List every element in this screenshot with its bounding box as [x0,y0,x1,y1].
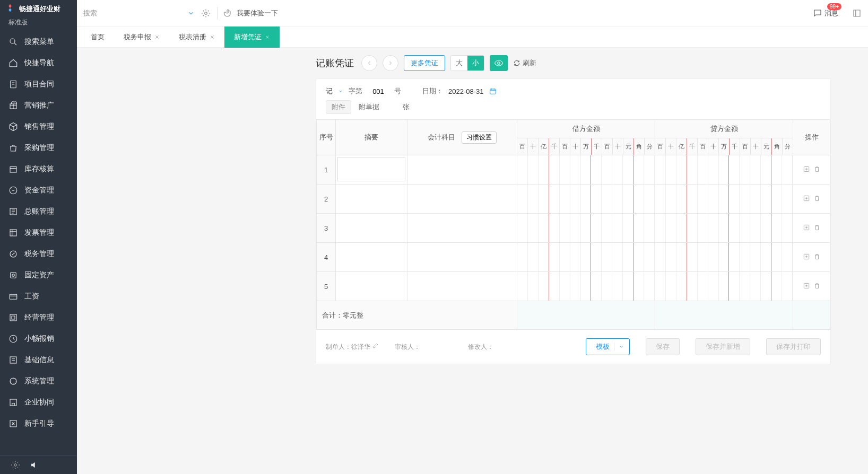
sidebar-item-14[interactable]: 小畅报销 [0,328,77,349]
sidebar-item-15[interactable]: 基础信息 [0,349,77,371]
summary-cell[interactable] [336,155,407,185]
digit-header: 分 [645,138,655,155]
sidebar-item-3[interactable]: 营销推广 [0,95,77,116]
delete-row-icon[interactable] [813,224,821,231]
summary-cell[interactable] [336,185,407,214]
template-button[interactable]: 模板 [586,338,630,355]
debit-cell[interactable] [517,214,655,243]
credit-cell[interactable] [655,214,793,243]
sidebar-item-11[interactable]: 固定资产 [0,265,77,286]
sidebar-item-5[interactable]: 采购管理 [0,137,77,159]
credit-cell[interactable] [655,243,793,272]
delete-row-icon[interactable] [813,195,821,202]
word-label: 字第 [349,86,362,96]
tab-3[interactable]: 新增凭证 [224,27,280,48]
tab-2[interactable]: 税表清册 [169,27,224,48]
edit-icon[interactable] [372,343,379,349]
volume-icon[interactable] [30,460,39,470]
sidebar-item-13[interactable]: 经营管理 [0,307,77,328]
receipt-icon [8,228,18,238]
voucher-type[interactable]: 记 [326,86,333,96]
debit-cell[interactable] [517,155,655,185]
collapse-icon[interactable] [852,8,862,18]
credit-cell[interactable] [655,185,793,214]
add-row-icon[interactable] [803,165,810,173]
size-small-button[interactable]: 小 [467,56,484,71]
close-icon[interactable] [210,34,215,40]
sidebar-item-2[interactable]: 项目合同 [0,74,77,95]
debit-cell[interactable] [517,185,655,214]
sheet-suffix: 张 [403,102,410,112]
sidebar-item-label: 营销推广 [24,101,54,110]
tab-1[interactable]: 税务申报 [114,27,169,48]
summary-cell[interactable] [336,272,407,301]
calendar-icon[interactable] [489,87,497,95]
save-new-button[interactable]: 保存并新增 [696,338,750,355]
subject-cell[interactable] [407,185,517,214]
col-subject-label: 会计科目 [428,133,455,141]
maker-label: 制单人： [326,343,351,350]
prev-voucher-button[interactable] [361,55,377,71]
sidebar-item-10[interactable]: 税务管理 [0,243,77,265]
refresh-icon [513,59,520,67]
settings-icon[interactable] [201,8,211,18]
messages-button[interactable]: 消息 99+ [813,8,838,18]
preview-button[interactable] [490,55,508,71]
summary-cell[interactable] [336,243,407,272]
save-button[interactable]: 保存 [646,338,680,355]
credit-cell[interactable] [655,272,793,301]
svg-rect-10 [10,294,17,299]
refresh-button[interactable]: 刷新 [513,58,536,68]
date-value[interactable]: 2022-08-31 [448,87,484,95]
sidebar-item-8[interactable]: 总账管理 [0,201,77,222]
next-voucher-button[interactable] [383,55,398,71]
sidebar-item-6[interactable]: 库存核算 [0,159,77,180]
debit-cell[interactable] [517,243,655,272]
content-area: 记账凭证 更多凭证 大 小 刷新 记 字第 [77,48,868,474]
sidebar-item-label: 工资 [24,292,39,301]
subject-cell[interactable] [407,155,517,185]
summary-cell[interactable] [336,214,407,243]
size-large-button[interactable]: 大 [451,56,467,71]
sidebar-item-9[interactable]: 发票管理 [0,222,77,243]
sidebar-item-17[interactable]: 企业协同 [0,392,77,413]
delete-row-icon[interactable] [813,165,821,173]
digit-header: 千 [592,138,602,155]
digit-header: 角 [634,138,645,155]
gear-icon[interactable] [11,460,20,470]
habit-settings-button[interactable]: 习惯设置 [462,131,497,144]
try-button[interactable]: 我要体验一下 [224,8,278,18]
credit-cell[interactable] [655,155,793,185]
sidebar-item-0[interactable]: 搜索菜单 [0,31,77,52]
add-row-icon[interactable] [803,282,810,289]
sidebar-item-1[interactable]: 快捷导航 [0,52,77,74]
svg-point-17 [14,464,17,467]
search-input[interactable]: 搜索 [83,8,195,18]
sidebar-item-12[interactable]: 工资 [0,286,77,307]
ops-cell [793,155,830,185]
sidebar-item-7[interactable]: 资金管理 [0,180,77,201]
summary-input[interactable] [337,157,405,181]
subject-cell[interactable] [407,243,517,272]
delete-row-icon[interactable] [813,253,821,260]
sidebar-item-16[interactable]: 系统管理 [0,371,77,392]
chevron-down-icon[interactable] [338,89,343,94]
tab-0[interactable]: 首页 [81,27,114,48]
subject-cell[interactable] [407,214,517,243]
close-icon[interactable] [154,34,160,40]
subject-cell[interactable] [407,272,517,301]
sidebar-item-18[interactable]: 新手引导 [0,413,77,434]
close-icon[interactable] [265,34,270,40]
add-row-icon[interactable] [803,195,810,202]
save-print-button[interactable]: 保存并打印 [766,338,821,355]
debit-cell[interactable] [517,272,655,301]
sidebar-bottom [0,455,77,474]
add-row-icon[interactable] [803,253,810,260]
attachment-button[interactable]: 附件 [326,100,351,114]
add-row-icon[interactable] [803,224,810,231]
sidebar-item-4[interactable]: 销售管理 [0,116,77,137]
voucher-no-input[interactable] [368,87,389,95]
delete-row-icon[interactable] [813,282,821,289]
col-summary: 摘要 [336,120,407,155]
more-vouchers-button[interactable]: 更多凭证 [404,55,445,71]
